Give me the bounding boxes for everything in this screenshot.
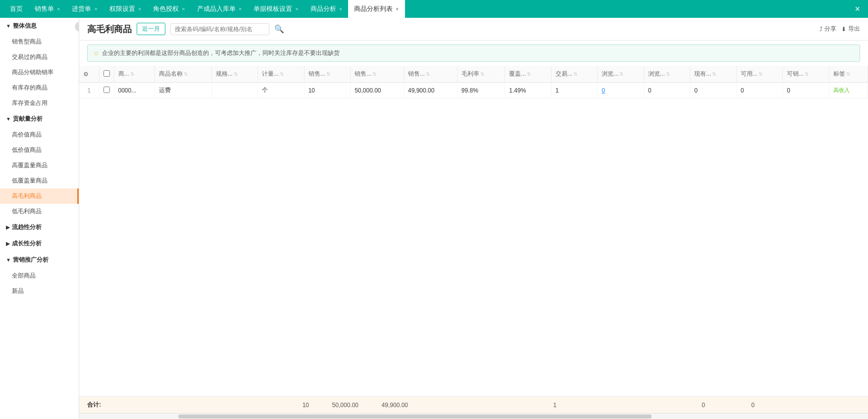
data-table: ⚙商...⇅商品名称⇅规格...⇅计量...⇅销售...⇅销售...⇅销售...… [79, 66, 868, 98]
sidebar-item-低毛利商品[interactable]: 低毛利商品 [0, 204, 79, 219]
group-label: 成长性分析 [12, 239, 42, 248]
col-header-tag[interactable]: 标签⇅ [829, 66, 868, 83]
col-header-browse2[interactable]: 浏览...⇅ [644, 66, 690, 83]
sidebar-item-商品分销助销率[interactable]: 商品分销助销率 [0, 65, 79, 80]
table-container[interactable]: ⚙商...⇅商品名称⇅规格...⇅计量...⇅销售...⇅销售...⇅销售...… [79, 66, 868, 396]
col-header-saleQty[interactable]: 销售...⇅ [304, 66, 350, 83]
col-header-grossMargin[interactable]: 毛利率⇅ [457, 66, 505, 83]
sidebar-group-整体信息[interactable]: ▼整体信息 [0, 18, 79, 34]
col-header-currentStock[interactable]: 现有...⇅ [690, 66, 736, 83]
footer-sale-qty: 10 [269, 402, 309, 409]
col-header-browse1[interactable]: 浏览...⇅ [598, 66, 644, 83]
info-banner: ☆ 企业的主要的利润都是这部分商品创造的，可考虑加大推广，同时关注库存是不要出现… [87, 45, 860, 62]
nav-item-权限设置[interactable]: 权限设置× [103, 0, 147, 18]
sidebar-item-销售型商品[interactable]: 销售型商品 [0, 34, 79, 49]
export-icon: ⬇ [841, 26, 846, 33]
col-header-transaction[interactable]: 交易...⇅ [551, 66, 597, 83]
link-browse1[interactable]: 0 [602, 87, 605, 94]
time-filter-button[interactable]: 近一月 [137, 23, 165, 35]
table-body: 10000...运费个1050,000.0049,900.0099.8%1.49… [79, 83, 868, 98]
cell-availableStock: 0 [736, 83, 782, 98]
header-actions: ⤴ 分享 ⬇ 导出 [819, 25, 860, 33]
sidebar-item-有库存的商品[interactable]: 有库存的商品 [0, 80, 79, 95]
sidebar-item-低覆盖量商品[interactable]: 低覆盖量商品 [0, 173, 79, 188]
col-header-saleableStock[interactable]: 可销...⇅ [783, 66, 829, 83]
nav-item-首页[interactable]: 首页 [4, 0, 29, 18]
horizontal-scrollbar[interactable] [79, 413, 868, 419]
col-header-checkbox[interactable] [99, 66, 114, 83]
sort-icon-spec: ⇅ [234, 71, 238, 77]
cell-transaction: 1 [551, 83, 597, 98]
sidebar-item-交易过的商品[interactable]: 交易过的商品 [0, 49, 79, 65]
nav-item-商品分析列表[interactable]: 商品分析列表× [348, 0, 405, 18]
sort-icon-browse1: ⇅ [619, 71, 623, 77]
nav-close-商品分析列表[interactable]: × [396, 6, 399, 12]
cell-checkbox[interactable] [99, 83, 114, 98]
cell-spec [211, 83, 257, 98]
nav-item-商品分析[interactable]: 商品分析× [305, 0, 348, 18]
sidebar-item-高毛利商品[interactable]: 高毛利商品 [0, 188, 79, 204]
sort-icon-code: ⇅ [130, 71, 134, 77]
sidebar-group-成长性分析[interactable]: ▶成长性分析 [0, 235, 79, 252]
sidebar-item-高覆盖量商品[interactable]: 高覆盖量商品 [0, 158, 79, 173]
select-all-checkbox[interactable] [103, 70, 110, 77]
close-all-tabs-button[interactable]: × [851, 4, 864, 14]
table-row: 10000...运费个1050,000.0049,900.0099.8%1.49… [79, 83, 868, 98]
nav-close-权限设置[interactable]: × [138, 6, 141, 12]
nav-close-进货单[interactable]: × [94, 6, 97, 12]
col-header-saleProfit[interactable]: 销售...⇅ [404, 66, 457, 83]
page-title: 高毛利商品 [87, 23, 132, 35]
sort-icon-saleQty: ⇅ [326, 71, 330, 77]
row-checkbox[interactable] [103, 87, 110, 93]
search-input[interactable] [170, 23, 269, 35]
content-area: 高毛利商品 近一月 🔍 ⤴ 分享 ⬇ 导出 ☆ 企业 [79, 18, 868, 419]
cell-index: 1 [79, 83, 99, 98]
sidebar-item-全部商品[interactable]: 全部商品 [0, 268, 79, 283]
col-header-spec[interactable]: 规格...⇅ [211, 66, 257, 83]
arrow-icon: ▶ [6, 225, 10, 230]
nav-close-单据模板设置[interactable]: × [295, 6, 298, 12]
search-button[interactable]: 🔍 [274, 24, 284, 34]
top-nav-bar: 首页销售单×进货单×权限设置×角色授权×产成品入库单×单据模板设置×商品分析×商… [0, 0, 868, 18]
content-header: 高毛利商品 近一月 🔍 ⤴ 分享 ⬇ 导出 [79, 18, 868, 41]
sidebar-group-贡献量分析[interactable]: ▼贡献量分析 [0, 111, 79, 127]
nav-item-产成品入库单[interactable]: 产成品入库单× [191, 0, 248, 18]
group-label: 整体信息 [13, 22, 37, 30]
nav-close-角色授权[interactable]: × [182, 6, 185, 12]
export-button[interactable]: ⬇ 导出 [841, 25, 860, 33]
col-header-coverage[interactable]: 覆盖...⇅ [505, 66, 551, 83]
cell-saleQty: 10 [304, 83, 350, 98]
sidebar-group-流趋性分析[interactable]: ▶流趋性分析 [0, 219, 79, 235]
col-header-availableStock[interactable]: 可用...⇅ [736, 66, 782, 83]
info-banner-text: 企业的主要的利润都是这部分商品创造的，可考虑加大推广，同时关注库存是不要出现缺货 [102, 49, 340, 57]
nav-close-销售单[interactable]: × [57, 6, 60, 12]
group-label: 流趋性分析 [12, 223, 42, 232]
col-header-saleAmount[interactable]: 销售...⇅ [351, 66, 404, 83]
sidebar-item-高价值商品[interactable]: 高价值商品 [0, 127, 79, 142]
col-header-name[interactable]: 商品名称⇅ [154, 66, 211, 83]
table-footer: 合计: 10 50,000.00 49,900.00 1 0 0 [79, 396, 868, 413]
col-header-code[interactable]: 商...⇅ [114, 66, 154, 83]
nav-close-产成品入库单[interactable]: × [239, 6, 242, 12]
cell-browse1[interactable]: 0 [598, 83, 644, 98]
col-header-settings[interactable]: ⚙ [79, 66, 99, 83]
nav-item-单据模板设置[interactable]: 单据模板设置× [248, 0, 304, 18]
footer-available-stock: 0 [715, 402, 755, 409]
arrow-icon: ▼ [6, 23, 11, 29]
nav-close-商品分析[interactable]: × [339, 6, 342, 12]
nav-item-进货单[interactable]: 进货单× [66, 0, 103, 18]
nav-item-销售单[interactable]: 销售单× [29, 0, 66, 18]
info-icon: ☆ [94, 50, 99, 57]
col-header-unit[interactable]: 计量...⇅ [258, 66, 304, 83]
nav-item-角色授权[interactable]: 角色授权× [147, 0, 191, 18]
arrow-icon: ▶ [6, 241, 10, 246]
sort-icon-transaction: ⇅ [573, 71, 577, 77]
sidebar-group-营销推广分析[interactable]: ▼营销推广分析 [0, 252, 79, 268]
sidebar-item-新品[interactable]: 新品 [0, 283, 79, 299]
footer-label: 合计: [87, 401, 101, 409]
sidebar-item-低价值商品[interactable]: 低价值商品 [0, 142, 79, 158]
sidebar-item-库存资金占用[interactable]: 库存资金占用 [0, 95, 79, 111]
sort-icon-availableStock: ⇅ [759, 71, 763, 77]
share-button[interactable]: ⤴ 分享 [819, 25, 836, 33]
scrollbar-thumb [178, 415, 652, 419]
